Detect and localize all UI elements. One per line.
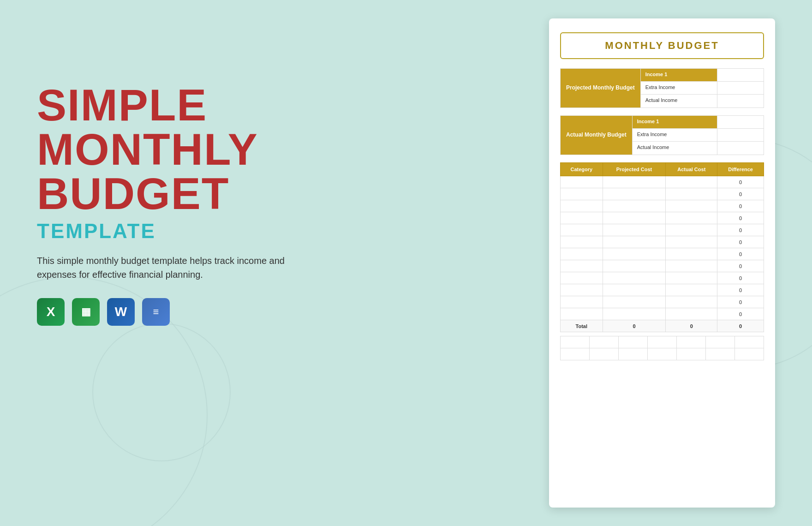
table-row: 0 [561,248,764,260]
actual-cost-cell[interactable] [666,260,717,272]
actual-cost-cell[interactable] [666,200,717,212]
projected-cost-cell[interactable] [603,212,666,224]
document-panel: MONTHLY BUDGET Projected Monthly Budget … [549,18,775,508]
category-cell[interactable] [561,224,603,236]
docs-icon[interactable]: ≡ [142,298,170,326]
difference-cell: 0 [717,284,764,296]
category-cell[interactable] [561,200,603,212]
category-cell[interactable] [561,296,603,308]
actual-income1-label: Income 1 [633,116,717,128]
word-letter: W [115,305,127,319]
actual-row-3: Actual Income [633,142,764,155]
category-cell[interactable] [561,260,603,272]
title-line1: SIMPLE [37,83,323,127]
excel-letter: X [47,305,55,319]
bottom-row-2 [561,348,764,360]
actual-cost-cell[interactable] [666,236,717,248]
bottom-cell [590,348,619,360]
difference-cell: 0 [717,236,764,248]
category-cell[interactable] [561,248,603,260]
projected-label: Projected Monthly Budget [561,69,640,108]
projected-rows: Income 1 Extra Income Actual Income [640,69,764,108]
actual-rows: Income 1 Extra Income Actual Income [632,116,764,155]
col-difference: Difference [717,163,764,176]
projected-cost-cell[interactable] [603,308,666,320]
bottom-cell [735,348,764,360]
category-cell[interactable] [561,272,603,284]
difference-cell: 0 [717,308,764,320]
actual-cost-cell[interactable] [666,308,717,320]
projected-extra-value[interactable] [717,82,764,94]
table-row: 0 [561,224,764,236]
actual-cost-cell[interactable] [666,296,717,308]
left-panel: SIMPLE MONTHLY BUDGET TEMPLATE This simp… [37,83,323,326]
actual-cost-cell[interactable] [666,224,717,236]
category-cell[interactable] [561,236,603,248]
title-line3: BUDGET [37,172,323,216]
category-cell[interactable] [561,212,603,224]
category-cell[interactable] [561,176,603,188]
bottom-cell [561,336,590,348]
total-projected: 0 [603,320,666,332]
actual-extra-value[interactable] [717,129,764,141]
actual-budget-section: Actual Monthly Budget Income 1 Extra Inc… [560,115,764,155]
projected-cost-cell[interactable] [603,224,666,236]
projected-cost-cell[interactable] [603,236,666,248]
table-row: 0 [561,284,764,296]
difference-cell: 0 [717,200,764,212]
projected-cost-cell[interactable] [603,200,666,212]
projected-actual-value[interactable] [717,95,764,108]
projected-cost-cell[interactable] [603,284,666,296]
table-row: 0 [561,272,764,284]
actual-cost-cell[interactable] [666,188,717,200]
actual-cost-cell[interactable] [666,272,717,284]
projected-extra-label: Extra Income [641,82,717,94]
actual-actual-value[interactable] [717,142,764,155]
col-actual-cost: Actual Cost [666,163,717,176]
category-cell[interactable] [561,188,603,200]
projected-row-2: Extra Income [641,82,764,95]
word-icon[interactable]: W [107,298,135,326]
excel-icon[interactable]: X [37,298,65,326]
category-cell[interactable] [561,308,603,320]
projected-row-3: Actual Income [641,95,764,108]
col-category: Category [561,163,603,176]
difference-cell: 0 [717,248,764,260]
projected-cost-cell[interactable] [603,188,666,200]
category-cell[interactable] [561,284,603,296]
bottom-row-1 [561,336,764,348]
document-header: MONTHLY BUDGET [560,32,764,59]
bottom-cell [735,336,764,348]
projected-cost-cell[interactable] [603,260,666,272]
table-row: 0 [561,260,764,272]
actual-cost-cell[interactable] [666,248,717,260]
document-title: MONTHLY BUDGET [570,40,754,52]
bottom-cell [677,348,706,360]
projected-cost-cell[interactable] [603,176,666,188]
docs-symbol: ≡ [153,306,159,318]
actual-cost-cell[interactable] [666,212,717,224]
actual-cost-cell[interactable] [666,176,717,188]
projected-income1-value[interactable] [717,69,764,81]
col-projected-cost: Projected Cost [603,163,666,176]
projected-cost-cell[interactable] [603,248,666,260]
table-row: 0 [561,296,764,308]
bottom-cell [648,336,677,348]
sheets-symbol: ▦ [81,306,91,318]
actual-income1-value[interactable] [717,116,764,128]
actual-actual-label: Actual Income [633,142,717,155]
bottom-cell [677,336,706,348]
table-row: 0 [561,212,764,224]
bottom-cell [706,336,735,348]
difference-cell: 0 [717,212,764,224]
actual-cost-cell[interactable] [666,284,717,296]
projected-cost-cell[interactable] [603,296,666,308]
bottom-cell [561,348,590,360]
sheets-icon[interactable]: ▦ [72,298,100,326]
table-row: 0 [561,200,764,212]
actual-label: Actual Monthly Budget [561,116,632,155]
table-header-row: Category Projected Cost Actual Cost Diff… [561,163,764,176]
projected-cost-cell[interactable] [603,272,666,284]
total-actual: 0 [666,320,717,332]
bottom-cell [706,348,735,360]
